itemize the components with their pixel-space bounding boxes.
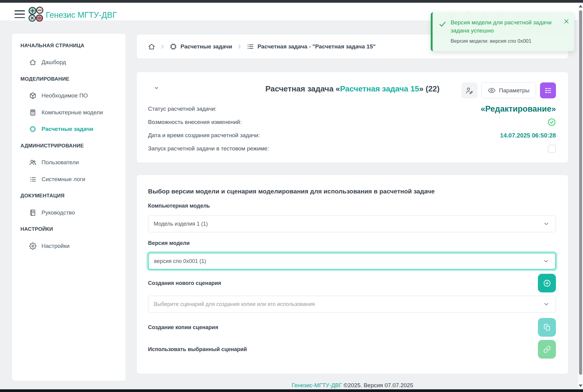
plus-circle-icon [543, 279, 551, 287]
use-scenario-label: Использовать выбранный сценарий [148, 346, 247, 353]
app-title: Генезис МГТУ-ДВГ [46, 11, 117, 20]
scroll-down-arrow-icon[interactable] [579, 384, 582, 387]
sidebar-item-label: Настройки [42, 243, 69, 249]
sidebar: НАЧАЛЬНАЯ СТРАНИЦА Дашборд МОДЕЛИРОВАНИЕ… [12, 34, 125, 381]
page-scrollbar[interactable] [578, 3, 583, 389]
scenario-select[interactable]: Выберите сценарий для создания копии или… [148, 296, 556, 313]
chevron-right-icon [160, 44, 165, 49]
editable-row: Возможность внесения изменений: [137, 116, 568, 129]
status-row: Статус расчетной задачи: «Редактирование… [137, 102, 568, 116]
cpu-icon [29, 125, 36, 133]
created-label: Дата и время создания расчетной задачи: [148, 132, 260, 139]
eye-icon [488, 87, 495, 94]
sidebar-item-label: Системные логи [42, 176, 85, 183]
sidebar-item-label: Компьютерные модели [42, 109, 103, 116]
chevron-down-icon [543, 221, 550, 227]
sidebar-item-dashboard[interactable]: Дашборд [12, 54, 125, 71]
window-bottom-edge [0, 389, 583, 392]
breadcrumb-label: Расчетная задача - "Расчетная задача 15" [258, 43, 376, 50]
copy-scenario-label: Создание копии сценария [148, 324, 218, 331]
sidebar-section-docs: ДОКУМЕНТАЦИЯ [12, 188, 125, 205]
sidebar-item-software[interactable]: Необходимое ПО [12, 88, 125, 104]
parameters-button[interactable]: Параметры [481, 82, 536, 98]
home-icon [29, 59, 36, 66]
test-mode-checkbox[interactable] [548, 145, 556, 153]
sidebar-section-modeling: МОДЕЛИРОВАНИЕ [12, 71, 125, 88]
version-select-value: версия спо 0x001 (1) [154, 258, 206, 264]
chevron-down-icon [543, 258, 549, 264]
status-badge: «Редактирование» [481, 104, 556, 114]
parameters-button-label: Параметры [499, 87, 529, 94]
gear-icon [29, 242, 36, 250]
link-icon [543, 346, 551, 353]
status-label: Статус расчетной задачи: [148, 106, 217, 112]
sidebar-item-label: Пользователи [42, 159, 79, 166]
model-select-label: Компьютерная модель [148, 203, 556, 209]
scrollbar-thumb[interactable] [579, 10, 582, 375]
sidebar-item-label: Дашборд [42, 59, 66, 66]
editable-label: Возможность внесения изменений: [148, 119, 242, 125]
checklist-icon [544, 87, 552, 94]
toast-detail: Версия модели: версия спо 0x001 [451, 38, 532, 44]
circle-check-icon [548, 118, 556, 126]
chevron-down-icon [543, 301, 550, 307]
sidebar-item-manual[interactable]: Руководство [12, 204, 125, 221]
copy-scenario-button[interactable] [538, 318, 556, 337]
cpu-icon [170, 43, 177, 50]
list-icon [247, 43, 254, 50]
version-select[interactable]: версия спо 0x001 (1) [148, 253, 556, 270]
package-icon [29, 92, 36, 99]
breadcrumb-home[interactable] [148, 43, 155, 50]
selection-card: Выбор версии модели и сценария моделиров… [137, 175, 568, 374]
breadcrumb-label: Расчетные задачи [180, 43, 232, 50]
task-card-actions: Параметры [461, 82, 556, 98]
sidebar-section-admin: АДМИНИСТРИРОВАНИЕ [12, 137, 125, 154]
sidebar-item-computer-models[interactable]: Компьютерные модели [12, 104, 125, 121]
success-toast: Версия модели для расчетной задачи задан… [431, 12, 574, 51]
selection-heading: Выбор версии модели и сценария моделиров… [148, 188, 556, 195]
add-scenario-button[interactable] [538, 274, 556, 292]
sidebar-section-start: НАЧАЛЬНАЯ СТРАНИЦА [12, 37, 125, 54]
new-scenario-label: Создания нового сценария [148, 280, 221, 286]
assign-user-button[interactable] [461, 82, 477, 98]
new-scenario-row: Создания нового сценария [148, 274, 556, 292]
created-value: 14.07.2025 06:50:28 [500, 132, 556, 139]
calculator-icon [29, 109, 36, 116]
chevron-right-icon [237, 44, 242, 49]
sidebar-item-label: Руководство [42, 209, 75, 216]
book-icon [29, 209, 36, 216]
test-mode-label: Запуск расчетной задачи в тестовом режим… [148, 145, 269, 152]
footer-version-text: ©2025. Версия 07.07.2025 [344, 382, 413, 388]
sidebar-item-label: Расчетные задачи [42, 126, 93, 132]
sidebar-section-settings: НАСТРОЙКИ [12, 221, 125, 238]
version-select-label: Версия модели [148, 240, 556, 246]
window-top-edge [0, 0, 583, 3]
check-icon [439, 20, 446, 28]
model-select[interactable]: Модель изделия 1 (1) [148, 215, 556, 232]
sidebar-item-label: Необходимое ПО [42, 92, 88, 99]
menu-toggle-icon[interactable] [14, 10, 25, 18]
copy-scenario-row: Создание копии сценария [148, 318, 556, 337]
sidebar-item-settings[interactable]: Настройки [12, 238, 125, 255]
sidebar-item-calc-tasks[interactable]: Расчетные задачи [12, 121, 125, 138]
app-logo [28, 7, 45, 22]
copy-icon [543, 324, 551, 331]
close-icon[interactable] [563, 18, 569, 24]
checklist-button[interactable] [540, 82, 556, 98]
task-title-link[interactable]: Расчетная задача 15 [340, 84, 419, 93]
scroll-up-arrow-icon[interactable] [579, 5, 582, 8]
breadcrumb-calc-tasks[interactable]: Расчетные задачи [170, 43, 232, 50]
created-row: Дата и время создания расчетной задачи: … [137, 129, 568, 142]
use-scenario-row: Использовать выбранный сценарий [148, 340, 556, 359]
users-icon [29, 159, 36, 166]
sidebar-item-system-logs[interactable]: Системные логи [12, 171, 125, 188]
footer: Генезис-МГТУ-ДВГ ©2025. Версия 07.07.202… [137, 382, 568, 389]
home-icon [148, 43, 155, 50]
use-scenario-button[interactable] [538, 340, 556, 359]
sidebar-item-users[interactable]: Пользователи [12, 154, 125, 171]
list-icon [29, 176, 36, 183]
model-select-value: Модель изделия 1 (1) [154, 221, 208, 227]
test-mode-row: Запуск расчетной задачи в тестовом режим… [137, 142, 568, 155]
scenario-select-placeholder: Выберите сценарий для создания копии или… [154, 301, 315, 307]
footer-brand-link[interactable]: Генезис-МГТУ-ДВГ [292, 382, 342, 388]
